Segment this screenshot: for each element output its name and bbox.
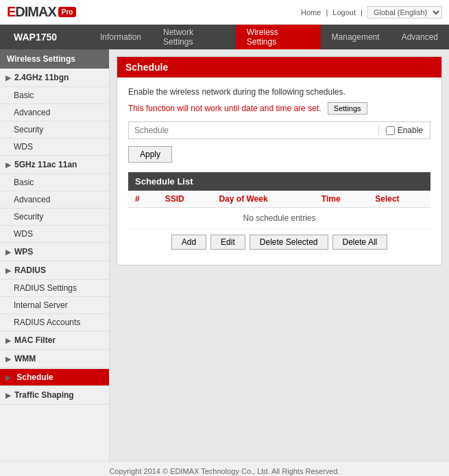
home-link[interactable]: Home (301, 8, 321, 16)
device-name: WAP1750 (0, 32, 89, 43)
sidebar: Wireless Settings ▶ 2.4GHz 11bgn Basic A… (0, 49, 110, 461)
arrow-icon: ▶ (5, 374, 11, 381)
schedule-table: # SSID Day of Week Time Select No schedu… (128, 191, 430, 229)
pro-badge: Pro (58, 7, 77, 17)
logout-link[interactable]: Logout (332, 8, 356, 16)
sidebar-group-24ghz[interactable]: ▶ 2.4GHz 11bgn (0, 69, 109, 86)
sidebar-item-radius-settings[interactable]: RADIUS Settings (0, 279, 109, 296)
main-content: Schedule Enable the wireless network dur… (110, 49, 449, 461)
nav-advanced[interactable]: Advanced (391, 25, 449, 49)
sidebar-item-5-basic[interactable]: Basic (0, 174, 109, 191)
language-select[interactable]: Global (English) (367, 6, 442, 19)
no-entries-text: No schedule entries (128, 208, 430, 229)
apply-button[interactable]: Apply (128, 146, 172, 163)
table-row-empty: No schedule entries (128, 208, 430, 229)
content-inner: Enable the wireless network during the f… (117, 78, 441, 265)
sidebar-item-24-basic[interactable]: Basic (0, 86, 109, 104)
sidebar-section-traffic: ▶ Traffic Shaping (0, 386, 109, 405)
arrow-icon: ▶ (5, 74, 11, 82)
info-text: Enable the wireless network during the f… (128, 87, 430, 97)
sidebar-item-24-advanced[interactable]: Advanced (0, 104, 109, 121)
sidebar-item-internal-server[interactable]: Internal Server (0, 296, 109, 313)
delete-selected-button[interactable]: Delete Selected (250, 235, 328, 250)
sidebar-group-traffic[interactable]: ▶ Traffic Shaping (0, 386, 109, 404)
nav-information[interactable]: Information (89, 25, 152, 49)
sidebar-section-mac: ▶ MAC Filter (0, 331, 109, 350)
sidebar-item-radius-accounts[interactable]: RADIUS Accounts (0, 313, 109, 331)
page-body: Wireless Settings ▶ 2.4GHz 11bgn Basic A… (0, 49, 449, 461)
sidebar-section-schedule: ▶ Schedule (0, 368, 109, 386)
top-bar: EDIMAX Pro Home | Logout | Global (Engli… (0, 0, 449, 25)
schedule-row: Enable (128, 121, 430, 139)
sidebar-section-wps: ▶ WPS (0, 243, 109, 261)
edit-button[interactable]: Edit (210, 235, 245, 250)
col-num: # (128, 191, 158, 208)
footer: Copyright 2014 © EDIMAX Technology Co., … (0, 461, 449, 476)
sidebar-group-wps[interactable]: ▶ WPS (0, 243, 109, 261)
footer-text: Copyright 2014 © EDIMAX Technology Co., … (109, 467, 339, 475)
arrow-icon: ▶ (5, 392, 11, 399)
sidebar-group-mac[interactable]: ▶ MAC Filter (0, 331, 109, 349)
arrow-icon: ▶ (5, 337, 11, 344)
enable-checkbox[interactable] (386, 126, 395, 135)
add-button[interactable]: Add (171, 235, 206, 250)
sidebar-section-radius: ▶ RADIUS RADIUS Settings Internal Server… (0, 261, 109, 331)
delete-all-button[interactable]: Delete All (332, 235, 388, 250)
top-links: Home | Logout | Global (English) (301, 6, 442, 19)
sidebar-group-wmm[interactable]: ▶ WMM (0, 350, 109, 368)
col-day: Day of Week (212, 191, 314, 208)
arrow-icon: ▶ (5, 355, 11, 363)
enable-label: Enable (398, 126, 423, 135)
main-nav: Information Network Settings Wireless Se… (89, 25, 449, 49)
sidebar-item-5-security[interactable]: Security (0, 208, 109, 225)
sidebar-item-5-wds[interactable]: WDS (0, 225, 109, 242)
logo: EDIMAX Pro (7, 4, 76, 20)
schedule-input[interactable] (129, 122, 378, 139)
col-ssid: SSID (158, 191, 213, 208)
arrow-icon: ▶ (5, 267, 11, 274)
sidebar-item-5-advanced[interactable]: Advanced (0, 191, 109, 208)
table-buttons: Add Edit Delete Selected Delete All (128, 229, 430, 255)
content-box: Schedule Enable the wireless network dur… (117, 56, 442, 265)
sidebar-section-5ghz: ▶ 5GHz 11ac 11an Basic Advanced Security… (0, 156, 109, 243)
nav-wireless-settings[interactable]: Wireless Settings (236, 25, 321, 49)
device-bar: WAP1750 Information Network Settings Wir… (0, 25, 449, 49)
sidebar-section-wmm: ▶ WMM (0, 350, 109, 368)
sidebar-item-24-wds[interactable]: WDS (0, 138, 109, 155)
sidebar-group-radius[interactable]: ▶ RADIUS (0, 261, 109, 279)
logo-text: EDIMAX (7, 4, 56, 20)
schedule-enable-group: Enable (378, 126, 430, 135)
schedule-list-container: Schedule List # SSID Day of Week Time Se… (128, 172, 430, 255)
settings-button[interactable]: Settings (328, 102, 367, 115)
schedule-list-title: Schedule List (128, 172, 430, 191)
content-title: Schedule (117, 57, 441, 78)
arrow-icon: ▶ (5, 248, 11, 256)
warning-text: This function will not work until date a… (128, 102, 430, 115)
sidebar-group-5ghz[interactable]: ▶ 5GHz 11ac 11an (0, 156, 109, 174)
nav-network-settings[interactable]: Network Settings (152, 25, 236, 49)
sidebar-item-24-security[interactable]: Security (0, 121, 109, 138)
arrow-icon: ▶ (5, 161, 11, 169)
nav-management[interactable]: Management (321, 25, 391, 49)
sidebar-section-24ghz: ▶ 2.4GHz 11bgn Basic Advanced Security W… (0, 69, 109, 156)
sidebar-group-schedule[interactable]: ▶ Schedule (0, 368, 109, 385)
sidebar-title: Wireless Settings (0, 49, 109, 69)
col-select: Select (368, 191, 430, 208)
col-time: Time (315, 191, 368, 208)
